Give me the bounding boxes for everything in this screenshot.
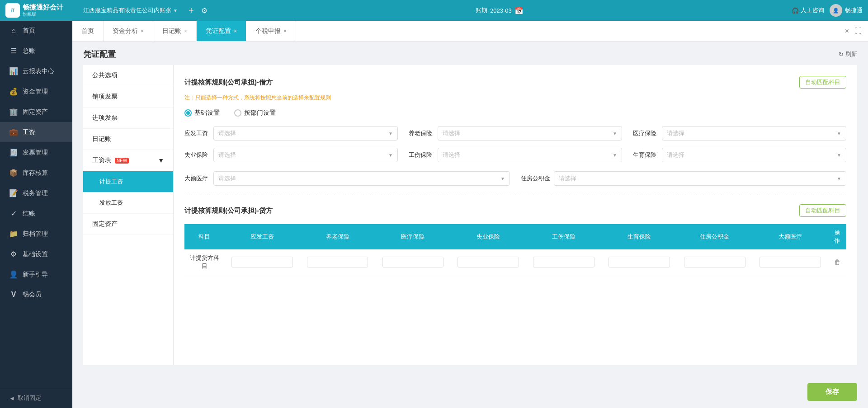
- sidebar-label-salary: 工资: [23, 128, 35, 136]
- refresh-icon: ↻: [839, 51, 844, 58]
- select-sybx[interactable]: 请选择 ▼: [213, 148, 398, 162]
- debit-section-header: 计提核算规则(公司承担)-借方 自动匹配科目: [184, 76, 846, 92]
- sidebar-item-invoice[interactable]: 🧾 发票管理: [0, 142, 72, 163]
- tab-tax-close[interactable]: ×: [283, 28, 287, 34]
- th-ops: 操作: [828, 224, 846, 249]
- nav-item-salary-table[interactable]: 工资表 NEW ▼: [83, 150, 173, 171]
- close-tab-icon[interactable]: ×: [843, 25, 851, 37]
- nav-item-public[interactable]: 公共选项: [83, 65, 173, 86]
- sidebar-item-closing[interactable]: ✓ 结账: [0, 203, 72, 224]
- vip-icon: V: [9, 291, 18, 299]
- select-deyil[interactable]: 请选择 ▼: [213, 171, 510, 186]
- tab-tax-label: 个税申报: [255, 27, 281, 35]
- user-area: 🎧 人工咨询 👤 畅捷通: [792, 4, 863, 17]
- input-ylbx[interactable]: [307, 257, 368, 267]
- select-yfgz[interactable]: 请选择 ▼: [213, 126, 398, 141]
- sidebar-item-tax[interactable]: 📝 税务管理: [0, 183, 72, 203]
- form-item-sybx: 失业保险 请选择 ▼: [184, 148, 398, 162]
- cancel-pin-button[interactable]: ◄ 取消固定: [0, 388, 72, 408]
- refresh-button[interactable]: ↻ 刷新: [839, 50, 857, 58]
- add-account-button[interactable]: +: [189, 5, 194, 16]
- tab-voucher[interactable]: 凭证配置 ×: [197, 21, 246, 41]
- tab-controls: × ⛶: [843, 25, 868, 37]
- debit-section: 计提核算规则(公司承担)-借方 自动匹配科目 注：只能选择一种方式，系统将按照您…: [184, 76, 846, 186]
- sidebar-item-funds[interactable]: 💰 资金管理: [0, 81, 72, 102]
- radio-basic[interactable]: 基础设置: [184, 109, 220, 117]
- credit-table: 科目 应发工资 养老保险 医疗保险 失业保险 工伤保险 生育保险 住房公积金 大…: [184, 224, 846, 275]
- select-arrow-icon2: ▼: [613, 131, 617, 136]
- calendar-icon[interactable]: 📅: [514, 6, 524, 15]
- input-gsbx[interactable]: [533, 257, 594, 267]
- nav-item-calc-salary[interactable]: 计提工资: [83, 171, 173, 192]
- select-sybx2[interactable]: 请选择 ▼: [662, 148, 846, 162]
- tab-voucher-label: 凭证配置: [206, 27, 231, 35]
- select-ylbx[interactable]: 请选择 ▼: [438, 126, 622, 141]
- top-bar-actions: + ⚙: [189, 5, 208, 16]
- nav-item-purchase[interactable]: 进项发票: [83, 108, 173, 129]
- input-yfgz[interactable]: [231, 257, 293, 267]
- radio-basic-dot: [184, 109, 192, 117]
- invoice-icon: 🧾: [9, 148, 18, 157]
- period-label: 账期: [476, 6, 487, 14]
- logo-icon: iT: [5, 3, 20, 18]
- select-ylbx2[interactable]: 请选择 ▼: [662, 126, 846, 141]
- sidebar-label-assets: 固定资产: [23, 108, 48, 116]
- sidebar-item-archive[interactable]: 📁 归档管理: [0, 224, 72, 244]
- sidebar-item-home[interactable]: ⌂ 首页: [0, 21, 72, 41]
- tab-tax[interactable]: 个税申报 ×: [246, 21, 296, 41]
- sidebar-label-home: 首页: [23, 27, 35, 35]
- input-zfgjj[interactable]: [684, 257, 745, 267]
- tab-funds[interactable]: 资金分析 ×: [104, 21, 153, 41]
- input-deyil[interactable]: [760, 257, 821, 267]
- tab-voucher-close[interactable]: ×: [234, 28, 237, 34]
- user-name: 畅捷通: [845, 6, 863, 14]
- input-ylbx2[interactable]: [382, 257, 444, 267]
- sidebar-item-inventory[interactable]: 📦 库存核算: [0, 163, 72, 183]
- tax-icon: 📝: [9, 189, 18, 197]
- sidebar-label-settings: 基础设置: [23, 250, 48, 258]
- label-deyil: 大额医疗: [184, 174, 210, 183]
- radio-dept[interactable]: 按部门设置: [234, 109, 276, 117]
- sidebar-item-assets[interactable]: 🏢 固定资产: [0, 102, 72, 122]
- auto-match-credit-button[interactable]: 自动匹配科目: [799, 204, 846, 217]
- auto-match-debit-button[interactable]: 自动匹配科目: [799, 76, 846, 89]
- nav-item-journal[interactable]: 日记账: [83, 129, 173, 150]
- form-item-ylbx: 养老保险 请选择 ▼: [409, 126, 622, 141]
- sidebar-item-guide[interactable]: 👤 新手引导: [0, 264, 72, 285]
- input-sybx2[interactable]: [609, 257, 670, 267]
- sidebar-item-reports[interactable]: 📊 云报表中心: [0, 61, 72, 81]
- sidebar-item-settings[interactable]: ⚙ 基础设置: [0, 244, 72, 264]
- service-button[interactable]: 🎧 人工咨询: [792, 6, 824, 14]
- archive-icon: 📁: [9, 230, 18, 238]
- settings-sidebar-icon: ⚙: [9, 250, 18, 258]
- settings-icon[interactable]: ⚙: [201, 6, 208, 15]
- credit-title: 计提核算规则(公司承担)-贷方: [184, 206, 273, 215]
- expand-tab-icon[interactable]: ⛶: [853, 25, 863, 37]
- tab-funds-close[interactable]: ×: [141, 28, 144, 34]
- sidebar-item-salary[interactable]: 💼 工资: [0, 122, 72, 142]
- save-button[interactable]: 保存: [807, 383, 857, 401]
- nav-item-pay-salary[interactable]: 发放工资: [83, 192, 173, 214]
- td-ylbx: [300, 249, 375, 275]
- company-selector[interactable]: 江西服宝精品有限责任公司内账张 ▼: [83, 6, 178, 14]
- sidebar-item-ledger[interactable]: ☰ 总账: [0, 41, 72, 61]
- delete-row-icon[interactable]: 🗑: [834, 258, 840, 266]
- period-value: 2023-03: [490, 7, 512, 14]
- sidebar-label-guide: 新手引导: [23, 271, 48, 279]
- select-zfgjj[interactable]: 请选择 ▼: [554, 171, 846, 186]
- tab-journal[interactable]: 日记账 ×: [153, 21, 197, 41]
- user-info: 👤 畅捷通: [830, 4, 863, 17]
- main-layout: ⌂ 首页 ☰ 总账 📊 云报表中心 💰 资金管理 🏢 固定资产 💼 工资 🧾 发…: [0, 21, 868, 408]
- tab-home[interactable]: 首页: [72, 21, 104, 41]
- select-gsbx[interactable]: 请选择 ▼: [438, 148, 622, 162]
- tab-journal-close[interactable]: ×: [184, 28, 187, 34]
- nav-item-sales[interactable]: 销项发票: [83, 86, 173, 108]
- sidebar-item-vip[interactable]: V 畅会员: [0, 285, 72, 305]
- input-sybx[interactable]: [458, 257, 519, 267]
- tab-bar: 首页 资金分析 × 日记账 × 凭证配置 × 个税申报 × × ⛶: [72, 21, 868, 42]
- radio-basic-label: 基础设置: [194, 109, 220, 117]
- th-sybx: 失业保险: [451, 224, 526, 249]
- nav-item-fixed-asset[interactable]: 固定资产: [83, 214, 173, 235]
- td-sybx: [451, 249, 526, 275]
- arrow-left-icon: ◄: [9, 395, 15, 402]
